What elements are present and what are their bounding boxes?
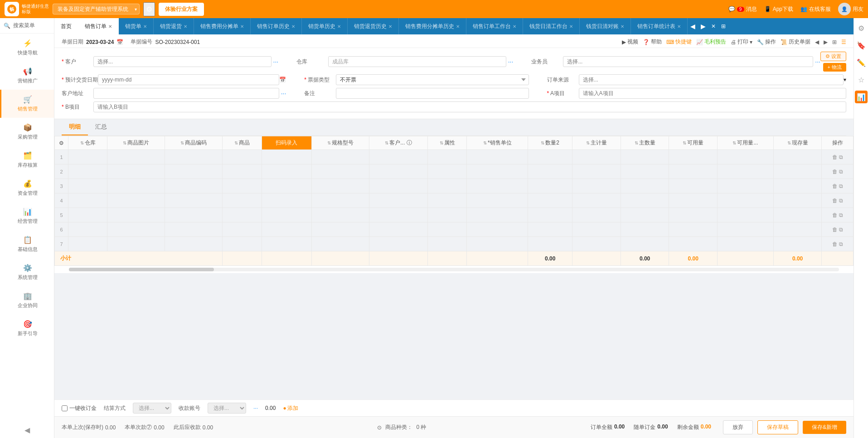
tab-more-button[interactable]: ✕ [708,23,718,29]
sidebar-item-operations[interactable]: 📊 经营管理 [0,202,54,230]
tab-close-sales-stats[interactable]: ✕ [677,24,681,29]
customer-dots[interactable]: ··· [273,58,279,65]
staff-dots[interactable]: ··· [815,58,820,65]
sidebar-search[interactable]: 🔍 搜索菜单 [0,18,54,34]
customer-addr-input[interactable] [93,88,279,99]
row-delete-icon[interactable]: 🗑 [832,212,838,218]
account-select[interactable]: 选择... [208,403,246,414]
plan-button[interactable]: 体验行业方案 [159,3,204,16]
help-button[interactable]: ❓ 帮助 [643,38,662,46]
sidebar-item-enterprise[interactable]: 🏢 企业协同 [0,286,54,314]
tab-sales-slip[interactable]: 销货单 ✕ [119,18,154,34]
shortcut-button[interactable]: ⌨ 快捷键 [666,38,692,46]
sidebar-item-purchase[interactable]: 📦 采购管理 [0,118,54,146]
tab-close-daily-clear[interactable]: ✕ [569,24,573,29]
b-project-input[interactable] [93,101,846,112]
tab-home[interactable]: 首页 [54,18,78,34]
row-copy-icon[interactable]: ⧉ [839,226,843,233]
tab-order-workbench[interactable]: 销售订单工作台 ✕ [466,18,523,34]
row-copy-icon[interactable]: ⧉ [839,197,843,204]
system-selector[interactable]: 装备及固定资产辅助管理系统 [53,4,140,14]
quick-deposit-input[interactable] [62,405,68,411]
customer-input[interactable] [93,56,272,67]
save-draft-button[interactable]: 保存草稿 [757,420,798,434]
layout-grid-icon[interactable]: ⊞ [832,39,837,45]
sidebar-collapse-button[interactable]: ◀ [24,426,30,434]
tab-close-sales-return[interactable]: ✕ [184,24,187,29]
discard-button[interactable]: 放弃 [723,420,753,434]
tab-daily-reconcile[interactable]: 钱货日清对账 ✕ [580,18,631,34]
quick-deposit-checkbox[interactable]: 一键收订金 [62,404,97,412]
sidebar-item-sales[interactable]: 🛒 销售管理 [0,90,54,118]
history-button[interactable]: 📜 历史单据 [781,38,810,46]
right-panel-icon-bookmark[interactable]: 🔖 [855,39,868,52]
right-panel-icon-edit[interactable]: ✏️ [855,56,868,69]
right-panel-icon-star[interactable]: ☆ [855,73,868,86]
system-selector-wrap[interactable]: 装备及固定资产辅助管理系统 [53,4,140,14]
tab-daily-clear[interactable]: 钱货日清工作台 ✕ [523,18,580,34]
logistics-button[interactable]: + 物流 [823,63,846,72]
scroll-bar-area[interactable] [54,266,853,273]
online-support-item[interactable]: 👥 在线客服 [800,5,831,13]
tab-close-daily-reconcile[interactable]: ✕ [621,24,624,29]
gear-button[interactable]: ⚙ [143,2,155,16]
tab-expense-history[interactable]: 销售费用分摊单历史 ✕ [399,18,466,34]
row-delete-icon[interactable]: 🗑 [832,197,838,204]
warehouse-input[interactable] [328,56,506,67]
tab-sales-order[interactable]: 销售订单 ✕ [78,18,119,34]
row-copy-icon[interactable]: ⧉ [839,212,843,218]
scroll-thumb[interactable] [69,268,214,271]
sidebar-item-finance[interactable]: 💰 资金管理 [0,174,54,202]
th-settings[interactable]: ⚙ [55,136,68,150]
horizontal-scrollbar[interactable] [69,268,839,271]
tab-sales-slip-history[interactable]: 销货单历史 ✕ [302,18,348,34]
row-copy-icon[interactable]: ⧉ [839,168,843,175]
calendar-icon[interactable]: 📅 [116,39,123,45]
add-button[interactable]: ● 添加 [283,404,298,412]
tab-sales-order-history[interactable]: 销售订单历史 ✕ [251,18,302,34]
right-panel-icon-chart[interactable]: 📊 [855,91,868,103]
user-item[interactable]: 👤 用友 [838,3,863,15]
delivery-date-input[interactable] [98,74,279,85]
tab-close-sales-order[interactable]: ✕ [108,24,112,29]
sidebar-item-system[interactable]: ⚙️ 系统管理 [0,258,54,286]
sidebar-item-quick-nav[interactable]: ⚡ 快捷导航 [0,34,54,62]
tab-close-sales-slip[interactable]: ✕ [143,24,147,29]
row-delete-icon[interactable]: 🗑 [832,183,838,189]
app-download-item[interactable]: 📱 App下载 [764,5,793,13]
row-copy-icon[interactable]: ⧉ [839,154,843,160]
layout-list-icon[interactable]: ☰ [841,39,846,45]
tab-sales-expense[interactable]: 销售费用分摊单 ✕ [194,18,251,34]
nav-prev-icon[interactable]: ◀ [815,39,819,45]
invoice-type-select[interactable]: 不开票 增值税普通发票 增值税专用发票 [336,74,529,85]
tab-prev-button[interactable]: ◀ [688,23,698,30]
payment-method-select[interactable]: 选择... [133,403,171,414]
addr-dots[interactable]: ··· [281,90,286,97]
section-tab-detail[interactable]: 明细 [62,119,88,135]
tab-sales-stats[interactable]: 销售订单统计表 ✕ [631,18,688,34]
memo-input[interactable] [336,88,529,99]
right-panel-icon-settings[interactable]: ⚙ [855,22,868,34]
sidebar-item-marketing[interactable]: 📢 营销推广 [0,62,54,90]
row-delete-icon[interactable]: 🗑 [832,168,838,175]
warehouse-dots[interactable]: ··· [508,58,514,65]
tab-close-slip-history[interactable]: ✕ [337,24,341,29]
sidebar-item-guide[interactable]: 🎯 新手引导 [0,314,54,342]
order-source-input[interactable] [579,74,844,85]
sidebar-settings-icon[interactable]: ⚙ [22,410,32,422]
message-item[interactable]: 💬 9 消息 [728,5,757,13]
view-video-button[interactable]: ▶ 视频 [622,38,638,46]
order-source-dropdown[interactable]: ▾ [844,77,846,83]
staff-input[interactable] [563,56,813,67]
th-scan-input[interactable]: 扫码录入 [262,136,311,150]
tab-return-history[interactable]: 销货退货历史 ✕ [348,18,399,34]
operate-button[interactable]: 🔧 操作 [757,38,776,46]
settings-form-button[interactable]: ⚙ 设置 [820,52,846,61]
tab-sales-return[interactable]: 销货退货 ✕ [154,18,194,34]
account-dots[interactable]: ··· [253,405,258,411]
tab-next-button[interactable]: ▶ [698,23,708,30]
profit-button[interactable]: 📈 毛利预告 [696,38,726,46]
save-new-button[interactable]: 保存&新增 [803,421,846,434]
section-tab-summary[interactable]: 汇总 [88,119,114,135]
tab-close-expense-history[interactable]: ✕ [456,24,460,29]
